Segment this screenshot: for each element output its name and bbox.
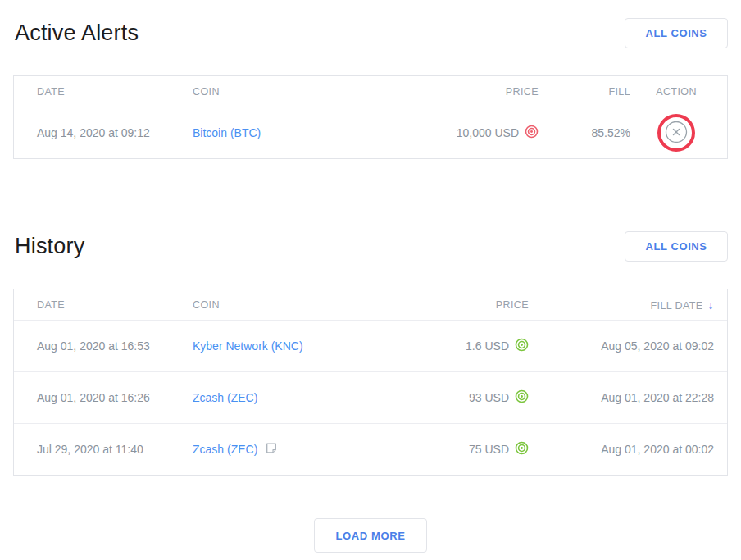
red-circle-highlight-annotation <box>657 114 695 152</box>
load-more-container: LOAD MORE <box>13 518 728 553</box>
alert-price-cell: 10,000 USD <box>363 125 545 141</box>
history-price-cell: 93 USD <box>347 389 535 406</box>
col-header-action: ACTION <box>637 86 716 98</box>
history-price: 93 USD <box>469 391 509 404</box>
history-price: 75 USD <box>469 443 509 456</box>
history-coin-cell: Zcash (ZEC) <box>193 441 347 458</box>
load-more-button[interactable]: LOAD MORE <box>314 518 427 553</box>
active-alerts-table: DATE COIN PRICE FILL ACTION Aug 14, 2020… <box>13 75 728 159</box>
history-coin-cell: Kyber Network (KNC) <box>193 339 347 353</box>
coin-link-kyber[interactable]: Kyber Network (KNC) <box>193 339 303 353</box>
active-alerts-title: Active Alerts <box>15 20 139 46</box>
history-date: Aug 01, 2020 at 16:53 <box>37 339 193 353</box>
history-section: History ALL COINS DATE COIN PRICE FILL D… <box>13 231 728 553</box>
col-header-fill-date[interactable]: FILL DATE↓ <box>535 298 721 312</box>
history-fill-date: Aug 01, 2020 at 22:28 <box>535 391 721 404</box>
active-alerts-all-coins-button[interactable]: ALL COINS <box>625 18 728 48</box>
col-header-fill: FILL <box>545 86 637 98</box>
fill-date-label: FILL DATE <box>651 300 703 312</box>
history-table: DATE COIN PRICE FILL DATE↓ Aug 01, 2020 … <box>13 289 728 476</box>
active-alerts-table-header: DATE COIN PRICE FILL ACTION <box>14 76 727 107</box>
sort-descending-icon[interactable]: ↓ <box>708 298 714 312</box>
active-alert-row: Aug 14, 2020 at 09:12 Bitcoin (BTC) 10,0… <box>14 107 727 158</box>
col-header-coin: COIN <box>193 299 347 311</box>
history-row: Aug 01, 2020 at 16:53 Kyber Network (KNC… <box>14 320 727 371</box>
history-fill-date: Aug 01, 2020 at 00:02 <box>535 443 721 456</box>
alerts-page: Active Alerts ALL COINS DATE COIN PRICE … <box>0 18 741 553</box>
green-bullseye-icon <box>515 389 529 406</box>
alert-date: Aug 14, 2020 at 09:12 <box>37 126 193 139</box>
col-header-price: PRICE <box>347 299 535 311</box>
history-row: Aug 01, 2020 at 16:26 Zcash (ZEC) 93 USD… <box>14 371 727 423</box>
green-bullseye-icon <box>515 338 529 354</box>
coin-link-zcash[interactable]: Zcash (ZEC) <box>193 391 257 404</box>
history-table-header: DATE COIN PRICE FILL DATE↓ <box>14 289 727 320</box>
active-alerts-section: Active Alerts ALL COINS DATE COIN PRICE … <box>13 18 728 159</box>
history-price-cell: 75 USD <box>347 441 535 458</box>
alert-price: 10,000 USD <box>457 126 519 139</box>
alert-coin-cell: Bitcoin (BTC) <box>193 126 363 139</box>
history-header: History ALL COINS <box>15 231 728 262</box>
history-title: History <box>15 234 84 259</box>
history-fill-date: Aug 05, 2020 at 09:02 <box>535 339 721 353</box>
col-header-price: PRICE <box>363 86 545 98</box>
col-header-date: DATE <box>37 86 193 98</box>
alert-fill-percent: 85.52% <box>545 126 637 139</box>
coin-link-zcash[interactable]: Zcash (ZEC) <box>193 443 257 456</box>
history-coin-cell: Zcash (ZEC) <box>193 391 347 404</box>
note-icon[interactable] <box>265 441 278 458</box>
alert-action-cell <box>637 114 716 152</box>
col-header-date: DATE <box>37 299 193 311</box>
history-row: Jul 29, 2020 at 11:40 Zcash (ZEC) 75 USD… <box>14 423 727 475</box>
green-bullseye-icon <box>515 441 529 458</box>
active-alerts-header: Active Alerts ALL COINS <box>15 18 728 48</box>
history-price-cell: 1.6 USD <box>347 338 535 354</box>
col-header-coin: COIN <box>193 86 363 98</box>
cancel-alert-button[interactable] <box>665 121 688 144</box>
circle-x-icon <box>665 121 688 146</box>
history-date: Jul 29, 2020 at 11:40 <box>37 443 193 456</box>
history-all-coins-button[interactable]: ALL COINS <box>625 231 728 262</box>
history-date: Aug 01, 2020 at 16:26 <box>37 391 193 404</box>
history-price: 1.6 USD <box>466 339 509 353</box>
coin-link-bitcoin[interactable]: Bitcoin (BTC) <box>193 126 261 139</box>
red-bullseye-icon <box>525 125 539 141</box>
